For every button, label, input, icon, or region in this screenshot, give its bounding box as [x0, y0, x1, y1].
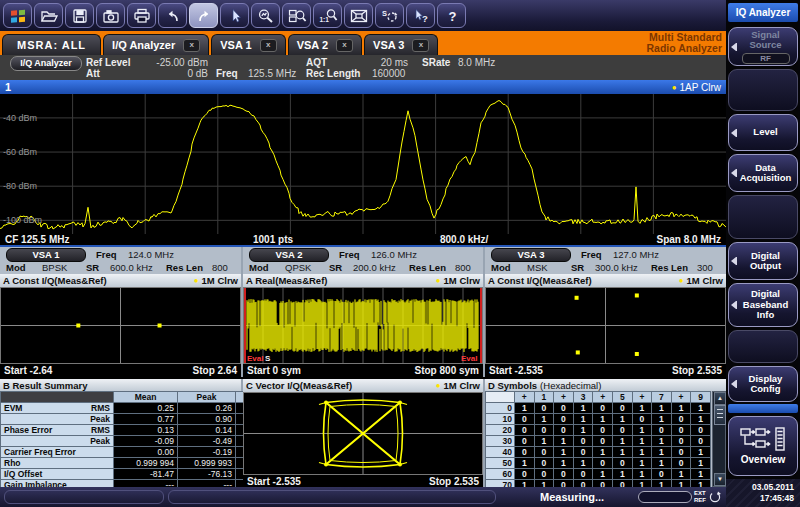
- symbol-value-cell: 0: [554, 414, 574, 425]
- symbol-column-header: +: [554, 392, 574, 403]
- column-header: Peak: [178, 392, 236, 403]
- mod-value: MSK: [527, 262, 548, 273]
- vector-panel-titlebar: C Vector I/Q(Meas&Ref) ● 1M Clrw: [243, 379, 483, 392]
- per-division-readout: 800.0 kHz/: [440, 234, 488, 245]
- vsa-2-plot-titlebar: A Real(Meas&Ref)●1M Clrw: [243, 274, 483, 287]
- select-pointer-button[interactable]: [220, 3, 249, 28]
- vector-trace-label: 1M Clrw: [444, 380, 480, 391]
- spectrum-trace-legend: ● 1AP Clrw: [672, 82, 721, 93]
- res-len-label: Res Len: [409, 262, 446, 273]
- symbol-value-cell: 0: [534, 403, 554, 414]
- close-icon[interactable]: x: [336, 39, 353, 52]
- display-layout-button[interactable]: [344, 3, 373, 28]
- symbol-value-cell: 0: [515, 447, 535, 458]
- overview-button[interactable]: Overview: [728, 416, 798, 476]
- symbol-value-cell: 1: [691, 469, 711, 480]
- sr-value: 300.0 kHz: [595, 262, 638, 273]
- symbol-value-cell: 1: [593, 414, 613, 425]
- softkey-label: Level: [753, 127, 777, 138]
- multi-zoom-button[interactable]: [282, 3, 311, 28]
- softkey-blank-1[interactable]: [728, 69, 798, 111]
- symbols-row: 200001001000: [486, 425, 711, 436]
- trace-color-dot-icon: ●: [436, 276, 441, 285]
- screenshot-icon: [101, 8, 121, 24]
- mean-value-cell: 0.13: [114, 425, 178, 436]
- start-readout: Start -2.535: [489, 365, 543, 376]
- zoom-1to1-button[interactable]: 1:1: [313, 3, 342, 28]
- vsa-1-trace-label: 1M Clrw: [202, 275, 238, 286]
- close-icon[interactable]: x: [260, 39, 277, 52]
- tab-msra-all[interactable]: MSRA: ALL: [2, 34, 101, 55]
- softkey-blank-4[interactable]: [728, 195, 798, 239]
- save-icon: [70, 8, 90, 24]
- close-icon[interactable]: x: [183, 39, 200, 52]
- scroll-down-icon[interactable]: ▼: [714, 473, 726, 486]
- sr-value: 600.0 kHz: [110, 262, 153, 273]
- undo-button[interactable]: [158, 3, 187, 28]
- points-readout: 1001 pts: [253, 234, 293, 245]
- softkey-sub-value: RF: [742, 53, 790, 64]
- vsa-3-trace-legend: ●1M Clrw: [679, 275, 723, 286]
- open-file-button[interactable]: [34, 3, 63, 28]
- softkey-level[interactable]: Level: [728, 114, 798, 151]
- symbols-title-text: D Symbols: [488, 380, 537, 391]
- symbol-value-cell: 1: [652, 414, 672, 425]
- softkey-signal-source[interactable]: Signal SourceRF: [728, 27, 798, 66]
- result-summary-table: MeanPeakUnitEVMRMS0.250.26%Peak0.770.90%…: [0, 391, 270, 491]
- constellation-point: [576, 350, 580, 354]
- symbols-scrollbar[interactable]: ▲ ▼: [712, 391, 726, 487]
- span-readout: Span 8.0 MHz: [657, 234, 721, 245]
- symbol-value-cell: 0: [632, 414, 652, 425]
- channel-tab-bar: MSRA: ALLI/Q AnalyzerxVSA 1xVSA 2xVSA 3x…: [0, 31, 726, 55]
- ref-level-label: Ref Level: [86, 57, 130, 68]
- tab-vsa-2[interactable]: VSA 2x: [288, 34, 362, 55]
- symbol-row-label: 30: [486, 436, 515, 447]
- symbol-value-cell: 1: [573, 403, 593, 414]
- header-corner-cell: [486, 392, 515, 403]
- scroll-up-icon[interactable]: ▲: [714, 392, 726, 405]
- print-button[interactable]: [127, 3, 156, 28]
- tab-vsa-3[interactable]: VSA 3x: [364, 34, 438, 55]
- reclength-label: Rec Length: [306, 68, 360, 79]
- redo-button[interactable]: [189, 3, 218, 28]
- symbol-value-cell: 1: [534, 436, 554, 447]
- vsa-2-info: VSA 2Freq126.0 MHzModQPSKSR200.0 kHzRes …: [243, 247, 483, 274]
- eval-start-marker: S: [265, 354, 271, 363]
- tab-i-q-analyzer[interactable]: I/Q Analyzerx: [103, 34, 209, 55]
- symbol-column-header: 9: [691, 392, 711, 403]
- close-icon[interactable]: x: [412, 39, 429, 52]
- channel-button[interactable]: I/Q Analyzer: [10, 56, 82, 71]
- symbol-column-header: +: [515, 392, 535, 403]
- vsa-1-tab[interactable]: VSA 1: [6, 248, 86, 262]
- mean-value-cell: -81.47: [114, 469, 178, 480]
- windows-logo-button[interactable]: [3, 3, 32, 28]
- sequencer-button[interactable]: S: [375, 3, 404, 28]
- context-help-button[interactable]: ?: [406, 3, 435, 28]
- freq-value: 124.0 MHz: [128, 249, 174, 260]
- peak-value-cell: -0.19: [178, 447, 236, 458]
- softkey-digital-baseband-info[interactable]: Digital Baseband Info: [728, 283, 798, 327]
- softkey-digital-output[interactable]: Digital Output: [728, 242, 798, 280]
- symbol-row-label: 40: [486, 447, 515, 458]
- reclength-value: 160000: [372, 68, 405, 79]
- tab-vsa-1[interactable]: VSA 1x: [211, 34, 285, 55]
- freq-label: Freq: [96, 249, 117, 260]
- peak-value-cell: 0.90: [178, 414, 236, 425]
- spectrum-trace-label: 1AP Clrw: [680, 82, 722, 93]
- zoom-button[interactable]: [251, 3, 280, 28]
- softkey-data-acquisition[interactable]: Data Acquisition: [728, 154, 798, 192]
- softkey-display-config[interactable]: Display Config: [728, 366, 798, 402]
- screenshot-button[interactable]: [96, 3, 125, 28]
- softkey-sidebar: IQ Analyzer Signal SourceRFLevelData Acq…: [726, 0, 800, 507]
- symbol-value-cell: 0: [593, 425, 613, 436]
- scrollbar-thumb[interactable]: [714, 405, 726, 425]
- symbol-value-cell: 0: [612, 425, 632, 436]
- save-button[interactable]: [65, 3, 94, 28]
- help-button[interactable]: ?: [437, 3, 466, 28]
- softkey-blank-7[interactable]: [728, 330, 798, 363]
- vsa-3-tab[interactable]: VSA 3: [491, 248, 571, 262]
- freq-value: 127.0 MHz: [613, 249, 659, 260]
- vsa-2-tab[interactable]: VSA 2: [249, 248, 329, 262]
- symbol-value-cell: 1: [593, 469, 613, 480]
- trace-color-dot-icon: ●: [679, 276, 684, 285]
